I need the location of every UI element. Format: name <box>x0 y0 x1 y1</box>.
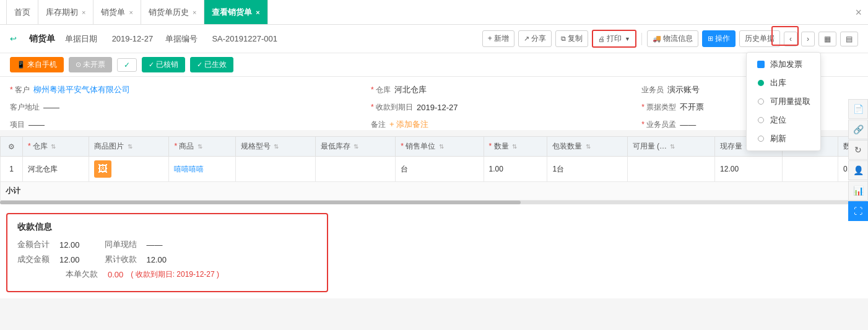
bottom-section: 收款信息 金额合计 12.00 同单现结 —— 成交金额 12.00 累计收款 … <box>0 207 868 298</box>
payment-row-2: 成交金额 12.00 累计收款 12.00 <box>17 254 317 265</box>
sort-icon-pkg-qty: ⇅ <box>586 143 591 150</box>
dropdown-outbound[interactable]: 出库 <box>747 74 820 92</box>
operation-button[interactable]: ⊞ 操作 <box>702 30 736 47</box>
add-button[interactable]: + 新增 <box>482 30 514 47</box>
layout1-button[interactable]: ▦ <box>818 32 836 46</box>
doc-meta: 单据日期 2019-12-27 单据编号 SA-20191227-001 <box>65 33 287 45</box>
doc-title-row: ↩ 销货单 单据日期 2019-12-27 单据编号 SA-20191227-0… <box>10 33 287 45</box>
th-available: 可用量 (… ⇅ <box>627 137 714 157</box>
next-button[interactable]: › <box>801 32 815 46</box>
layout2-button[interactable]: ▤ <box>840 32 858 46</box>
due-date-value: 2019-12-27 <box>417 103 458 112</box>
number-value: SA-20191227-001 <box>212 34 277 43</box>
customer-label: 客户 <box>10 85 30 95</box>
th-pkg-qty: 包装数量 ⇅ <box>547 137 627 157</box>
cell-product[interactable]: 嘻嘻嘻嘻 <box>169 157 235 182</box>
due-date-label: 收款到期日 <box>371 102 413 113</box>
table-row: 1 河北仓库 🖼 嘻嘻嘻嘻 台 1.00 1台 12.00 0. <box>1 157 868 182</box>
tab-sales[interactable]: 销货单 × <box>93 0 141 24</box>
sold-button[interactable]: ✓ 已核销 <box>142 57 185 72</box>
add-note-button[interactable]: + 添加备注 <box>389 119 428 130</box>
cell-index: 1 <box>1 157 23 182</box>
payment-title: 收款信息 <box>17 222 317 233</box>
payment-row-1: 金额合计 12.00 同单现结 —— <box>17 239 317 250</box>
warehouse-field: 仓库 河北仓库 <box>371 84 641 95</box>
scroll-thumb[interactable] <box>0 201 521 204</box>
history-button[interactable]: 历史单据 <box>739 30 780 47</box>
sidebar-user-icon[interactable]: 👤 <box>848 160 868 180</box>
window-close-button[interactable]: × <box>855 6 862 19</box>
subtotal-row: 小计 <box>1 182 868 201</box>
sidebar-link-icon[interactable]: 🔗 <box>848 119 868 139</box>
date-value: 2019-12-27 <box>112 34 154 43</box>
tab-close-sales-history[interactable]: × <box>193 9 196 16</box>
gear-icon[interactable]: ⚙ <box>8 142 15 151</box>
th-product: 商品 ⇅ <box>169 137 235 157</box>
sidebar-doc-icon[interactable]: 📄 <box>848 99 868 119</box>
toolbar: + 新增 ↗ 分享 ⧉ 复制 🖨 打印 ▼ 🚚 物流信息 ⊞ 操作 历史单据 ‹… <box>482 30 858 48</box>
print-button[interactable]: 🖨 打印 ▼ <box>592 30 636 48</box>
dropdown-refresh[interactable]: 刷新 <box>747 129 820 148</box>
balance-value: 0.00 <box>108 270 123 279</box>
payment-info: 收款信息 金额合计 12.00 同单现结 —— 成交金额 12.00 累计收款 … <box>6 213 328 292</box>
tab-close-view-sales[interactable]: × <box>256 9 259 16</box>
square-icon <box>757 60 765 69</box>
payment-row-3: 本单欠款 0.00 ( 收款到期日: 2019-12-27 ) <box>17 269 317 280</box>
toolbar-divider <box>641 33 642 45</box>
table-scrollbar[interactable] <box>0 201 868 204</box>
tab-inventory[interactable]: 库存期初 × <box>38 0 93 24</box>
cell-spec <box>235 157 315 182</box>
dropdown-locate[interactable]: 定位 <box>747 111 820 129</box>
due-date-field: 收款到期日 2019-12-27 <box>371 102 641 113</box>
sidebar-refresh-icon[interactable]: ↻ <box>848 140 868 160</box>
staff-value: 演示账号 <box>667 84 700 95</box>
warehouse-value: 河北仓库 <box>394 84 427 95</box>
check-verify-button[interactable]: ✓ <box>117 58 137 72</box>
tab-close-sales[interactable]: × <box>129 9 132 16</box>
order-settle-field: 同单现结 —— <box>105 239 163 250</box>
sort-icon-min-stock: ⇅ <box>354 143 358 150</box>
project-label: 项目 <box>10 119 25 130</box>
from-phone-button[interactable]: 📱 来自手机 <box>10 57 64 72</box>
address-label: 客户地址 <box>10 102 40 113</box>
customer-field: 客户 柳州粤港平安气体有限公司 <box>10 84 371 95</box>
sales-value: —— <box>680 120 696 129</box>
form-row-2: 客户地址 —— 收款到期日 2019-12-27 票据类型 不开票 <box>10 102 858 113</box>
sidebar-chart-icon[interactable]: 📊 <box>848 181 868 201</box>
staff-label: 业务员 <box>641 85 664 95</box>
th-gear[interactable]: ⚙ <box>1 137 23 157</box>
not-open-button[interactable]: ⊙ 未开票 <box>69 57 112 72</box>
cell-pkg-qty: 1台 <box>547 157 627 182</box>
doc-header: ↩ 销货单 单据日期 2019-12-27 单据编号 SA-20191227-0… <box>0 25 868 53</box>
dropdown-add-invoice[interactable]: 添加发票 <box>747 55 820 74</box>
form-row-3: 项目 —— 备注 + 添加备注 业务员孟 —— <box>10 119 858 130</box>
table-header-row: ⚙ 仓库 ⇅ 商品图片 ⇅ 商品 ⇅ 规格型号 ⇅ <box>1 137 868 157</box>
address-field: 客户地址 —— <box>10 102 371 113</box>
cumulative-value: 12.00 <box>147 255 167 264</box>
sub-toolbar: 📱 来自手机 ⊙ 未开票 ✓ ✓ 已核销 ✓ 已生效 <box>0 53 868 77</box>
sort-icon-unit: ⇅ <box>439 143 444 150</box>
th-warehouse: 仓库 ⇅ <box>23 137 89 157</box>
project-value: —— <box>28 120 45 129</box>
prev-button[interactable]: ‹ <box>784 32 797 46</box>
cell-price <box>783 157 838 182</box>
customer-value[interactable]: 柳州粤港平安气体有限公司 <box>33 84 130 95</box>
deal-amount-value: 12.00 <box>59 255 80 264</box>
th-spec: 规格型号 ⇅ <box>235 137 315 157</box>
dropdown-available-qty[interactable]: 可用量提取 <box>747 92 820 111</box>
tab-close-inventory[interactable]: × <box>82 9 85 16</box>
total-value: 12.00 <box>59 240 80 250</box>
circle-outline-icon-3 <box>757 134 765 143</box>
tab-sales-history[interactable]: 销货单历史 × <box>141 0 204 24</box>
tab-view-sales[interactable]: 查看销货单 × <box>204 0 267 24</box>
copy-button[interactable]: ⧉ 复制 <box>555 30 588 47</box>
tab-home[interactable]: 首页 <box>6 0 38 24</box>
balance-field: 本单欠款 0.00 ( 收款到期日: 2019-12-27 ) <box>66 269 219 280</box>
cell-unit: 台 <box>396 157 484 182</box>
sidebar-expand-icon[interactable]: ⛶ <box>848 201 868 221</box>
logistics-button[interactable]: 🚚 物流信息 <box>647 30 698 47</box>
share-button[interactable]: ↗ 分享 <box>518 30 552 47</box>
effective-button[interactable]: ✓ 已生效 <box>190 57 233 72</box>
balance-label: 本单欠款 <box>66 269 103 280</box>
sort-icon-qty: ⇅ <box>512 143 517 150</box>
